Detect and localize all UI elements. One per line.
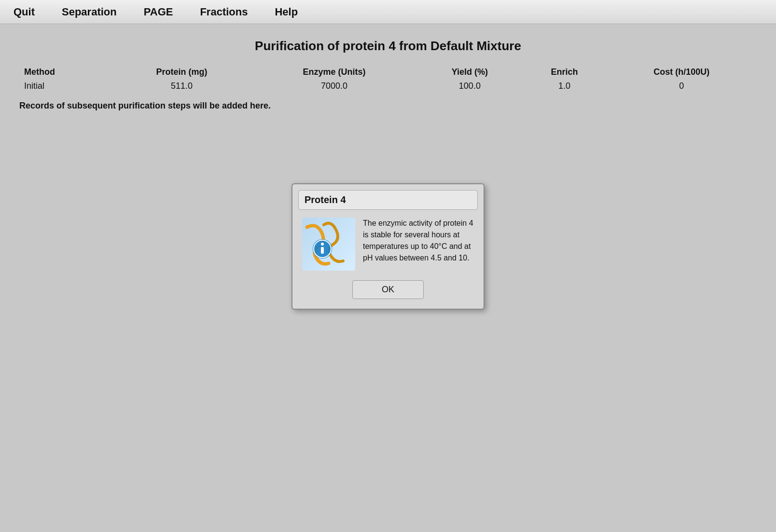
col-header-yield: Yield (%) xyxy=(417,65,522,79)
menu-fractions[interactable]: Fractions xyxy=(196,4,251,20)
records-note: Records of subsequent purification steps… xyxy=(19,101,757,111)
table-cell: 100.0 xyxy=(417,79,522,93)
ok-button[interactable]: OK xyxy=(352,280,424,299)
main-content: Purification of protein 4 from Default M… xyxy=(0,24,776,125)
dialog-body: The enzymic activity of protein 4 is sta… xyxy=(298,218,478,271)
table-cell: 7000.0 xyxy=(251,79,417,93)
dialog-description: The enzymic activity of protein 4 is sta… xyxy=(363,218,474,271)
svg-point-3 xyxy=(321,243,324,246)
col-header-enzyme: Enzyme (Units) xyxy=(251,65,417,79)
col-header-method: Method xyxy=(19,65,112,79)
col-header-cost: Cost (h/100U) xyxy=(607,65,757,79)
table-row: Initial511.07000.0100.01.00 xyxy=(19,79,757,93)
protein-info-icon xyxy=(302,218,355,271)
menu-help[interactable]: Help xyxy=(271,4,302,20)
table-cell: 1.0 xyxy=(523,79,607,93)
menu-page[interactable]: PAGE xyxy=(140,4,177,20)
svg-rect-4 xyxy=(321,247,324,254)
dialog-box: Protein 4 xyxy=(291,183,485,310)
menu-quit[interactable]: Quit xyxy=(10,4,39,20)
dialog-title: Protein 4 xyxy=(298,190,478,210)
table-cell: 0 xyxy=(607,79,757,93)
menubar: Quit Separation PAGE Fractions Help xyxy=(0,0,776,24)
purification-table: Method Protein (mg) Enzyme (Units) Yield… xyxy=(19,65,757,93)
col-header-protein: Protein (mg) xyxy=(112,65,251,79)
dialog-ok-area: OK xyxy=(298,280,478,299)
table-cell: Initial xyxy=(19,79,112,93)
col-header-enrich: Enrich xyxy=(523,65,607,79)
dialog-container: Protein 4 xyxy=(291,183,485,310)
page-title: Purification of protein 4 from Default M… xyxy=(19,39,757,54)
menu-separation[interactable]: Separation xyxy=(58,4,121,20)
table-cell: 511.0 xyxy=(112,79,251,93)
dialog-icon-area xyxy=(302,218,355,271)
